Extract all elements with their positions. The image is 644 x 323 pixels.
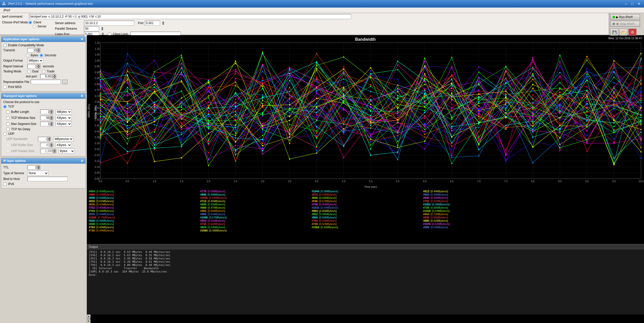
output-text[interactable]: [912] 0.0-10.2 sec 4.53 MBytes 0.44 MByt… <box>87 249 644 314</box>
server-radio[interactable] <box>33 25 36 28</box>
stat-item: #824: [0.54MBytes/s] <box>200 226 308 229</box>
report-interval-label: Report Interval <box>3 65 26 68</box>
transmit-down[interactable]: ▼ <box>37 50 40 53</box>
interval-up[interactable]: ▲ <box>37 64 40 66</box>
stat-item: #680: [0.47MBytes/s] <box>200 206 308 209</box>
ipv6-checkbox[interactable] <box>3 182 7 186</box>
udpbuf-up[interactable]: ▲ <box>50 143 53 145</box>
buffer-length-input[interactable] <box>40 110 50 114</box>
max-seg-input[interactable] <box>40 122 50 126</box>
save-button[interactable]: 💾 <box>610 29 618 36</box>
testport-down[interactable]: ▼ <box>53 76 56 79</box>
udpbw-up[interactable]: ▲ <box>48 137 51 139</box>
udp-packet-input[interactable] <box>40 149 53 153</box>
report-interval-input[interactable] <box>27 64 37 69</box>
compat-mode-checkbox[interactable] <box>3 44 7 47</box>
tcp-window-checkbox[interactable] <box>6 116 10 120</box>
max-seg-checkbox[interactable] <box>6 122 10 126</box>
app-layer-close[interactable]: ✕ <box>80 37 84 41</box>
udp-buffer-unit-select[interactable]: KBytes MBytes <box>56 143 72 148</box>
trade-checkbox[interactable] <box>42 70 45 73</box>
tcp-radio[interactable] <box>3 105 7 108</box>
transmit-input[interactable] <box>27 48 37 53</box>
buflen-down[interactable]: ▼ <box>50 112 53 114</box>
ttl-up[interactable]: ▲ <box>37 165 40 167</box>
udpbw-down[interactable]: ▼ <box>48 139 51 141</box>
run-iperf-button[interactable]: ▶ Run IPerf! <box>610 14 640 20</box>
close-button[interactable]: ✕ <box>636 1 642 6</box>
maxseg-down[interactable]: ▼ <box>50 124 53 126</box>
buffer-length-unit-select[interactable]: MBytes KBytes Bytes <box>56 109 72 114</box>
tcp-window-unit-select[interactable]: KBytes MBytes Bytes <box>56 115 72 120</box>
iperf-cmd-label: Iperf command: <box>2 15 27 18</box>
right-scrollbar[interactable]: ▲ ▼ <box>87 314 90 323</box>
transport-layer-close[interactable]: ✕ <box>80 94 84 98</box>
tcpwin-up[interactable]: ▲ <box>50 116 53 118</box>
ip-layer-close[interactable]: ✕ <box>80 159 84 163</box>
tcp-nodelay-checkbox[interactable] <box>6 128 10 131</box>
udp-buffer-checkbox[interactable] <box>6 144 10 147</box>
parallel-spinner[interactable]: ⇕ <box>101 26 104 31</box>
test-port-input[interactable] <box>40 74 53 79</box>
udp-bandwidth-input[interactable] <box>38 137 48 141</box>
dual-checkbox[interactable] <box>27 70 31 73</box>
bind-host-label: Bind to Host <box>3 177 26 181</box>
minimize-button[interactable]: ─ <box>623 1 629 6</box>
stat-item: #940: [0.59MBytes/s] <box>423 196 531 199</box>
bandwidth-chart <box>87 35 644 189</box>
dual-label: Dual <box>32 70 38 73</box>
client-radio[interactable] <box>29 21 32 24</box>
tcp-window-input[interactable] <box>40 116 50 120</box>
port-spinner[interactable]: ⇕ <box>162 21 165 26</box>
tcpwin-down[interactable]: ▼ <box>50 118 53 120</box>
ttl-input[interactable] <box>27 165 37 170</box>
scroll-down[interactable]: ▼ <box>87 319 91 323</box>
udp-buffer-input[interactable] <box>40 143 50 147</box>
maximize-button[interactable]: □ <box>630 1 635 6</box>
bind-host-input[interactable] <box>27 177 68 181</box>
testport-up[interactable]: ▲ <box>53 74 56 76</box>
buffer-length-checkbox[interactable] <box>6 110 10 114</box>
buflen-up[interactable]: ▲ <box>50 110 53 112</box>
settings-button[interactable]: ⚙ <box>628 29 636 36</box>
max-seg-label: Max Segment Size <box>11 122 39 126</box>
udppkt-up[interactable]: ▲ <box>53 149 56 151</box>
server-addr-input[interactable] <box>84 21 134 26</box>
udp-packet-checkbox[interactable] <box>6 150 10 153</box>
stat-item: #1036: [0.55MBytes/s] <box>200 196 308 199</box>
right-panel: Bandwidth Wed, 12 Oct 2016 11:36:47 MBit… <box>87 35 644 323</box>
title-bar: 🖧 JPerf 2.0.2 – Network performance meas… <box>0 0 644 8</box>
stat-item: #888: [0.64MBytes/s] <box>89 193 196 196</box>
udppkt-down[interactable]: ▼ <box>53 151 56 153</box>
open-button[interactable]: 📂 <box>619 29 627 36</box>
seconds-radio[interactable] <box>40 54 43 57</box>
udp-bandwidth-unit-select[interactable]: MBytes/sec KBytes/sec <box>53 136 73 142</box>
rep-file-input[interactable] <box>31 80 61 84</box>
stat-item: #760: [0.53MBytes/s] <box>312 219 419 222</box>
udp-packet-unit-select[interactable]: Bytes KBytes <box>59 149 75 154</box>
iperf-command-input[interactable] <box>29 14 351 19</box>
stop-indicator <box>613 23 615 25</box>
seconds-unit: seconds <box>43 65 54 68</box>
interval-down[interactable]: ▼ <box>37 66 40 69</box>
output-format-select[interactable]: MBytes KBytes Bytes Mbits Kbits <box>27 58 43 63</box>
print-mss-label: Print MSS <box>8 85 22 89</box>
stop-iperf-button[interactable]: ⏹ Stop IPerf! <box>610 21 640 27</box>
parallel-streams-input[interactable] <box>84 26 99 31</box>
port-input[interactable] <box>145 21 160 26</box>
stat-item: #776: [0.59MBytes/s] <box>200 190 308 193</box>
print-mss-checkbox[interactable] <box>3 85 7 89</box>
ip-layer-section: IP layer options ✕ TTL ▲ ▼ Type of Servi… <box>1 158 86 189</box>
ttl-down[interactable]: ▼ <box>37 167 40 170</box>
tos-select[interactable]: None Low Delay Throughput Reliability <box>27 171 49 176</box>
scroll-up[interactable]: ▲ <box>87 314 91 318</box>
udp-radio[interactable] <box>3 132 7 135</box>
browse-button[interactable]: ... <box>62 80 67 84</box>
bytes-radio[interactable] <box>26 54 29 57</box>
maxseg-up[interactable]: ▲ <box>50 122 53 124</box>
max-seg-unit-select[interactable]: KBytes MBytes Bytes <box>56 121 72 126</box>
transmit-up[interactable]: ▲ <box>37 48 40 50</box>
udpbuf-down[interactable]: ▼ <box>50 145 53 147</box>
seconds-label: Seconds <box>45 54 56 57</box>
menu-jperf[interactable]: JPerf <box>1 8 12 13</box>
